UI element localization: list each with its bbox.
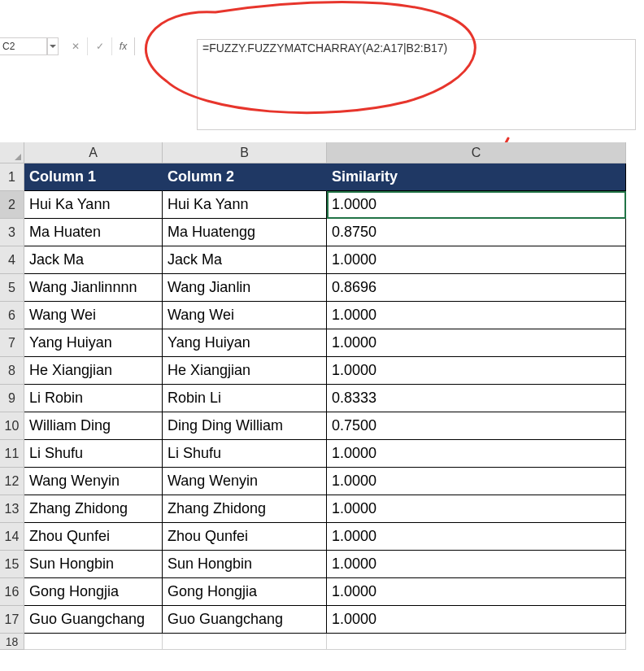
formula-input[interactable]: =FUZZY.FUZZYMATCHARRAY(A2:A17|B2:B17) bbox=[197, 39, 636, 130]
cell-C15[interactable]: 1.0000 bbox=[327, 551, 626, 578]
cancel-formula-icon[interactable]: ✕ bbox=[63, 37, 88, 55]
cell-B13[interactable]: Zhang Zhidong bbox=[163, 495, 327, 523]
table-row: 13 Zhang Zhidong Zhang Zhidong 1.0000 bbox=[0, 495, 644, 523]
row-header[interactable]: 18 bbox=[0, 634, 24, 650]
cell-A5[interactable]: Wang Jianlinnnn bbox=[24, 274, 163, 302]
fx-icon[interactable]: fx bbox=[112, 37, 135, 55]
row-header[interactable]: 7 bbox=[0, 329, 24, 357]
cell-A18[interactable] bbox=[24, 634, 163, 650]
name-box-dropdown-icon[interactable] bbox=[47, 37, 59, 55]
cell-B7[interactable]: Yang Huiyan bbox=[163, 329, 327, 357]
cell-B15[interactable]: Sun Hongbin bbox=[163, 551, 327, 578]
cell-C4[interactable]: 1.0000 bbox=[327, 246, 626, 274]
cell-B1[interactable]: Column 2 bbox=[163, 163, 327, 191]
cell-C14[interactable]: 1.0000 bbox=[327, 523, 626, 551]
table-row: 10 William Ding Ding Ding William 0.7500 bbox=[0, 412, 644, 440]
row-header[interactable]: 3 bbox=[0, 219, 24, 246]
cell-A14[interactable]: Zhou Qunfei bbox=[24, 523, 163, 551]
cell-B11[interactable]: Li Shufu bbox=[163, 440, 327, 468]
cell-C1[interactable]: Similarity bbox=[327, 163, 626, 191]
row-header[interactable]: 5 bbox=[0, 274, 24, 302]
cell-C18[interactable] bbox=[327, 634, 626, 650]
row-header[interactable]: 4 bbox=[0, 246, 24, 274]
row-header[interactable]: 15 bbox=[0, 551, 24, 578]
row-header[interactable]: 12 bbox=[0, 468, 24, 495]
cell-B10[interactable]: Ding Ding William bbox=[163, 412, 327, 440]
cell-C7[interactable]: 1.0000 bbox=[327, 329, 626, 357]
cell-C3[interactable]: 0.8750 bbox=[327, 219, 626, 246]
row-header[interactable]: 14 bbox=[0, 523, 24, 551]
cell-C12[interactable]: 1.0000 bbox=[327, 468, 626, 495]
cell-C2[interactable]: 1.0000 bbox=[327, 191, 626, 219]
table-row: 12 Wang Wenyin Wang Wenyin 1.0000 bbox=[0, 468, 644, 495]
cell-A17[interactable]: Guo Guangchang bbox=[24, 606, 163, 634]
cell-C17[interactable]: 1.0000 bbox=[327, 606, 626, 634]
cell-B18[interactable] bbox=[163, 634, 327, 650]
cell-A4[interactable]: Jack Ma bbox=[24, 246, 163, 274]
table-row: 2 Hui Ka Yann Hui Ka Yann 1.0000 bbox=[0, 191, 644, 219]
cell-A1[interactable]: Column 1 bbox=[24, 163, 163, 191]
cell-A8[interactable]: He Xiangjian bbox=[24, 357, 163, 385]
table-row: 1 Column 1 Column 2 Similarity bbox=[0, 163, 644, 191]
cell-A6[interactable]: Wang Wei bbox=[24, 302, 163, 329]
cell-B5[interactable]: Wang Jianlin bbox=[163, 274, 327, 302]
row-header[interactable]: 10 bbox=[0, 412, 24, 440]
row-header[interactable]: 1 bbox=[0, 163, 24, 191]
row-header[interactable]: 9 bbox=[0, 385, 24, 412]
cell-A15[interactable]: Sun Hongbin bbox=[24, 551, 163, 578]
cell-C13[interactable]: 1.0000 bbox=[327, 495, 626, 523]
cell-B4[interactable]: Jack Ma bbox=[163, 246, 327, 274]
row-header[interactable]: 6 bbox=[0, 302, 24, 329]
cell-B3[interactable]: Ma Huatengg bbox=[163, 219, 327, 246]
cell-B16[interactable]: Gong Hongjia bbox=[163, 578, 327, 606]
column-headers-row: A B C bbox=[0, 142, 644, 163]
row-header[interactable]: 16 bbox=[0, 578, 24, 606]
grid-body: 1 Column 1 Column 2 Similarity 2 Hui Ka … bbox=[0, 163, 644, 650]
cell-A10[interactable]: William Ding bbox=[24, 412, 163, 440]
column-header-B[interactable]: B bbox=[163, 142, 327, 163]
cell-B17[interactable]: Guo Guangchang bbox=[163, 606, 327, 634]
table-row: 11 Li Shufu Li Shufu 1.0000 bbox=[0, 440, 644, 468]
cell-B12[interactable]: Wang Wenyin bbox=[163, 468, 327, 495]
row-header[interactable]: 17 bbox=[0, 606, 24, 634]
formula-bar-area: C2 ✕ ✓ fx =FUZZY.FUZZYMATCHARRAY(A2:A17|… bbox=[0, 0, 644, 138]
table-row: 9 Li Robin Robin Li 0.8333 bbox=[0, 385, 644, 412]
cell-C9[interactable]: 0.8333 bbox=[327, 385, 626, 412]
table-row: 16 Gong Hongjia Gong Hongjia 1.0000 bbox=[0, 578, 644, 606]
cell-C5[interactable]: 0.8696 bbox=[327, 274, 626, 302]
cell-C10[interactable]: 0.7500 bbox=[327, 412, 626, 440]
formula-buttons: ✕ ✓ fx bbox=[63, 37, 135, 55]
row-header[interactable]: 13 bbox=[0, 495, 24, 523]
cell-A12[interactable]: Wang Wenyin bbox=[24, 468, 163, 495]
cell-A2[interactable]: Hui Ka Yann bbox=[24, 191, 163, 219]
cell-A3[interactable]: Ma Huaten bbox=[24, 219, 163, 246]
cell-C6[interactable]: 1.0000 bbox=[327, 302, 626, 329]
row-header[interactable]: 8 bbox=[0, 357, 24, 385]
cell-B6[interactable]: Wang Wei bbox=[163, 302, 327, 329]
row-header[interactable]: 2 bbox=[0, 191, 24, 219]
column-header-A[interactable]: A bbox=[24, 142, 163, 163]
table-row: 14 Zhou Qunfei Zhou Qunfei 1.0000 bbox=[0, 523, 644, 551]
cell-C16[interactable]: 1.0000 bbox=[327, 578, 626, 606]
cell-C8[interactable]: 1.0000 bbox=[327, 357, 626, 385]
cell-B2[interactable]: Hui Ka Yann bbox=[163, 191, 327, 219]
enter-formula-icon[interactable]: ✓ bbox=[88, 37, 112, 55]
table-row: 4 Jack Ma Jack Ma 1.0000 bbox=[0, 246, 644, 274]
table-row: 3 Ma Huaten Ma Huatengg 0.8750 bbox=[0, 219, 644, 246]
spreadsheet-grid: A B C 1 Column 1 Column 2 Similarity 2 H… bbox=[0, 142, 644, 650]
cell-A16[interactable]: Gong Hongjia bbox=[24, 578, 163, 606]
row-header[interactable]: 11 bbox=[0, 440, 24, 468]
cell-C11[interactable]: 1.0000 bbox=[327, 440, 626, 468]
cell-A13[interactable]: Zhang Zhidong bbox=[24, 495, 163, 523]
table-row: 7 Yang Huiyan Yang Huiyan 1.0000 bbox=[0, 329, 644, 357]
name-box[interactable]: C2 bbox=[0, 37, 47, 55]
cell-B9[interactable]: Robin Li bbox=[163, 385, 327, 412]
select-all-corner[interactable] bbox=[0, 142, 24, 163]
cell-B8[interactable]: He Xiangjian bbox=[163, 357, 327, 385]
cell-A7[interactable]: Yang Huiyan bbox=[24, 329, 163, 357]
cell-A9[interactable]: Li Robin bbox=[24, 385, 163, 412]
cell-B14[interactable]: Zhou Qunfei bbox=[163, 523, 327, 551]
table-row: 15 Sun Hongbin Sun Hongbin 1.0000 bbox=[0, 551, 644, 578]
cell-A11[interactable]: Li Shufu bbox=[24, 440, 163, 468]
column-header-C[interactable]: C bbox=[327, 142, 626, 163]
